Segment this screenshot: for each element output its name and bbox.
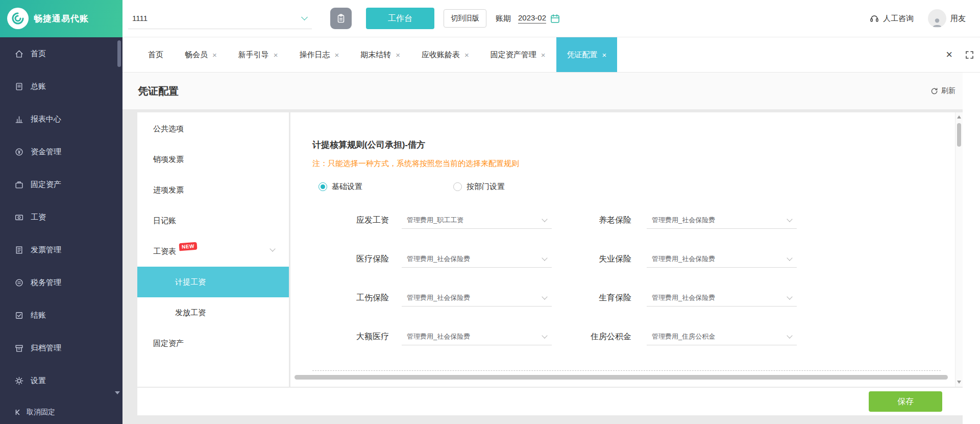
tab-fixed-asset-management[interactable]: 固定资产管理 ×: [480, 37, 556, 72]
sidebar-item-funds[interactable]: 资金管理: [0, 135, 122, 168]
sidebar-item-label: 设置: [31, 376, 46, 386]
sidebar-item-fixed-assets[interactable]: 固定资产: [0, 168, 122, 201]
config-nav-label: 公共选项: [153, 124, 184, 134]
config-nav-item-common-options[interactable]: 公共选项: [137, 113, 289, 144]
unpin-label: 取消固定: [27, 408, 55, 417]
refresh-button[interactable]: 刷新: [930, 86, 955, 96]
tab-label: 期末结转: [360, 50, 391, 60]
avatar[interactable]: [928, 9, 946, 28]
maternity-insurance-subject-select[interactable]: 管理费用_社会保险费: [647, 289, 797, 307]
vertical-scrollbar[interactable]: [955, 112, 963, 387]
account-select[interactable]: 1111: [128, 8, 312, 29]
tab-home[interactable]: 首页: [137, 37, 174, 72]
tab-label: 固定资产管理: [491, 50, 536, 60]
scroll-up-icon[interactable]: [957, 115, 961, 119]
tab-close-icon[interactable]: ×: [396, 51, 400, 59]
period-label: 账期: [496, 14, 511, 23]
user-name[interactable]: 用友: [950, 14, 966, 23]
sidebar-item-home[interactable]: 首页: [0, 37, 122, 70]
salary-payable-subject-select[interactable]: 管理费用_职工工资: [402, 211, 552, 229]
chevron-down-icon: [270, 246, 275, 251]
tab-operation-log[interactable]: 操作日志 ×: [289, 37, 350, 72]
tab-close-icon[interactable]: ×: [541, 51, 546, 59]
close-icon[interactable]: ×: [946, 37, 952, 72]
sidebar-item-label: 首页: [31, 49, 46, 59]
tab-close-icon[interactable]: ×: [335, 51, 339, 59]
switch-old-version-button[interactable]: 切到旧版: [444, 9, 486, 28]
work-injury-insurance-subject-select[interactable]: 管理费用_社会保险费: [402, 289, 552, 307]
sidebar-item-report-center[interactable]: 报表中心: [0, 103, 122, 135]
tab-close-icon[interactable]: ×: [274, 51, 278, 59]
field-label: 生育保险: [570, 293, 631, 303]
save-button[interactable]: 保存: [869, 391, 942, 412]
fullscreen-icon[interactable]: [965, 37, 974, 72]
brand-name: 畅捷通易代账: [34, 13, 89, 25]
sidebar-item-archive[interactable]: 归档管理: [0, 332, 122, 364]
tab-receivable-aging[interactable]: 应收账龄表 ×: [411, 37, 480, 72]
radio-basic-settings[interactable]: 基础设置: [318, 182, 362, 192]
config-nav-item-fixed-assets[interactable]: 固定资产: [137, 328, 289, 359]
sidebar-item-label: 结账: [31, 311, 46, 320]
field-label: 应发工资: [312, 215, 389, 226]
sidebar-item-tax[interactable]: 税务管理: [0, 266, 122, 299]
config-nav-item-journal[interactable]: 日记账: [137, 205, 289, 236]
field-label: 住房公积金: [570, 332, 631, 342]
select-value: 管理费用_社会保险费: [652, 216, 715, 225]
sidebar-item-label: 总账: [31, 82, 46, 91]
tab-period-end-carryover[interactable]: 期末结转 ×: [350, 37, 411, 72]
sidebar-item-label: 归档管理: [31, 343, 61, 353]
radio-by-department-settings[interactable]: 按部门设置: [453, 182, 505, 192]
sidebar-scrollbar-thumb[interactable]: [117, 40, 121, 67]
account-select-value: 1111: [132, 14, 148, 22]
select-value: 管理费用_住房公积金: [652, 332, 715, 341]
field-label: 工伤保险: [312, 293, 389, 303]
form-row: 医疗保险 管理费用_社会保险费 失业保险 管理费用_社会保险费: [312, 240, 955, 278]
horizontal-scrollbar-thumb[interactable]: [295, 375, 948, 380]
sidebar-scroll-down-icon[interactable]: [115, 391, 120, 394]
tab-newbie-guide[interactable]: 新手引导 ×: [228, 37, 289, 72]
select-value: 管理费用_职工工资: [407, 216, 463, 225]
sidebar-item-salary[interactable]: 工资: [0, 201, 122, 233]
support-label: 人工咨询: [883, 14, 914, 23]
clipboard-button[interactable]: [330, 8, 352, 29]
scroll-down-icon[interactable]: [957, 381, 961, 384]
period-value[interactable]: 2023-02: [518, 13, 546, 23]
tab-close-icon[interactable]: ×: [464, 51, 469, 59]
config-nav-item-purchase-invoice[interactable]: 进项发票: [137, 175, 289, 205]
panel-note: 注：只能选择一种方式，系统将按照您当前的选择来配置规则: [312, 159, 955, 169]
config-nav-label: 工资表: [153, 247, 176, 256]
refresh-icon: [930, 87, 938, 95]
housing-fund-subject-select[interactable]: 管理费用_住房公积金: [647, 328, 797, 345]
tab-close-icon[interactable]: ×: [602, 51, 607, 59]
config-nav: 公共选项 销项发票 进项发票 日记账 工资表 NEW 计提工资: [137, 112, 289, 387]
radio-selected-icon: [318, 182, 327, 191]
config-nav-item-paid-salary[interactable]: 发放工资: [137, 297, 289, 328]
form-row: 应发工资 管理费用_职工工资 养老保险 管理费用_社会保险费: [312, 201, 955, 240]
tab-close-icon[interactable]: ×: [212, 51, 217, 59]
large-medical-subject-select[interactable]: 管理费用_社会保险费: [402, 328, 552, 345]
vertical-scrollbar-thumb[interactable]: [957, 123, 961, 147]
calendar-icon[interactable]: [550, 13, 560, 24]
tab-voucher-config[interactable]: 凭证配置 ×: [556, 37, 618, 72]
assets-icon: [14, 180, 24, 190]
config-nav-item-accrued-salary[interactable]: 计提工资: [137, 267, 289, 297]
workbench-button[interactable]: 工作台: [366, 8, 434, 29]
config-nav-label: 发放工资: [175, 308, 206, 318]
support-link[interactable]: 人工咨询: [869, 13, 914, 23]
sidebar-unpin-toggle[interactable]: 取消固定: [0, 401, 122, 424]
config-nav-item-sales-invoice[interactable]: 销项发票: [137, 144, 289, 175]
content-area: 公共选项 销项发票 进项发票 日记账 工资表 NEW 计提工资: [122, 109, 963, 424]
sidebar-item-general-ledger[interactable]: 总账: [0, 70, 122, 103]
unemployment-insurance-subject-select[interactable]: 管理费用_社会保险费: [647, 250, 797, 268]
config-nav-item-salary-sheet[interactable]: 工资表 NEW: [137, 236, 289, 267]
sidebar-item-settings[interactable]: 设置: [0, 364, 122, 397]
main-sidebar: 首页 总账 报表中心 资金管理 固定资产 工资: [0, 37, 122, 424]
tab-chang-member[interactable]: 畅会员 ×: [174, 37, 228, 72]
pension-insurance-subject-select[interactable]: 管理费用_社会保险费: [647, 211, 797, 229]
tab-label: 操作日志: [300, 50, 330, 60]
sidebar-item-closing[interactable]: 结账: [0, 299, 122, 332]
sidebar-item-invoice[interactable]: 发票管理: [0, 233, 122, 266]
config-nav-label: 进项发票: [153, 185, 184, 195]
config-nav-label: 固定资产: [153, 339, 184, 348]
medical-insurance-subject-select[interactable]: 管理费用_社会保险费: [402, 250, 552, 268]
